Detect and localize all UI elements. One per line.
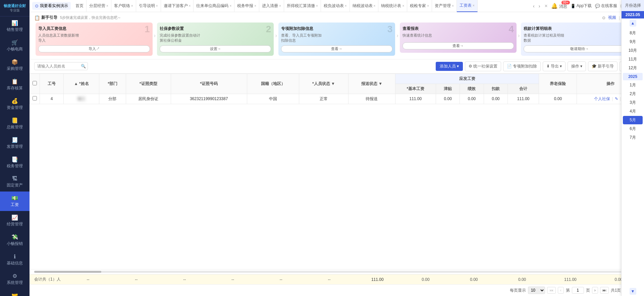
tab-salary[interactable]: 工资表× <box>457 0 478 12</box>
step2-btn[interactable]: 设置→ <box>160 45 271 52</box>
th-name[interactable]: ▲ *姓名 <box>64 74 99 94</box>
step5-btn[interactable]: 敬请期待→ <box>524 45 635 52</box>
next-page-btn[interactable]: › <box>592 287 598 294</box>
tab-tax-stat[interactable]: 纳税统计表× <box>378 0 407 12</box>
month-item-12[interactable]: 12月 <box>623 64 643 72</box>
cell-deduction: 0.00 <box>484 94 507 104</box>
tab-tax-expert[interactable]: 税检专家× <box>407 0 432 12</box>
app-download-btn[interactable]: 📱 App下载 <box>571 3 592 9</box>
month-item-1[interactable]: 1月 <box>623 81 643 89</box>
new-guide-btn[interactable]: 🎓 新手引导 <box>588 61 618 71</box>
special-deduction-btn[interactable]: 📄 专项附加扣除 <box>503 61 541 71</box>
tab-guide[interactable]: 引导说明× <box>136 0 161 12</box>
step4-btn[interactable]: 查看→ <box>402 42 514 49</box>
tab-home[interactable]: 首页 <box>73 0 87 12</box>
tab-next-btn[interactable]: › <box>538 3 541 9</box>
online-service-label: 在线客服 <box>601 3 617 9</box>
notice-btn[interactable]: 🔔 99+ 消息 <box>551 3 567 9</box>
tab-close[interactable]: × <box>345 4 347 8</box>
month-item-8[interactable]: 8月 <box>623 29 643 37</box>
sidebar-item-system[interactable]: ⚙系统管理 <box>0 269 30 289</box>
first-page-btn[interactable]: ⏮ <box>547 287 556 294</box>
tab-close[interactable]: × <box>279 4 281 8</box>
tab-close[interactable]: × <box>156 4 158 8</box>
sidebar-item-tax[interactable]: 📑税务管理 <box>0 153 30 172</box>
scroll-thumb[interactable] <box>34 271 101 273</box>
sidebar-item-salary[interactable]: 💵工资 <box>0 192 30 211</box>
tab-close[interactable]: × <box>254 4 256 8</box>
tab-close[interactable]: × <box>316 4 318 8</box>
last-page-btn[interactable]: ⏭ <box>600 287 609 294</box>
step4-desc: 快速查看统计信息 <box>402 33 514 40</box>
sidebar-item-finance[interactable]: 💰资金管理 <box>0 94 30 114</box>
month-item-5-active[interactable]: 5月 <box>623 116 643 124</box>
tab-close[interactable]: × <box>131 4 133 8</box>
add-person-btn[interactable]: 添加人员 ▾ <box>436 62 463 71</box>
month-item-7[interactable]: 7月 <box>623 133 643 142</box>
tab-close[interactable]: × <box>402 4 404 8</box>
month-item-9[interactable]: 9月 <box>623 38 643 46</box>
sidebar-item-collab[interactable]: 🤝企业协同 <box>0 289 30 296</box>
sidebar-item-basic-info[interactable]: ℹ基础信息 <box>0 250 30 269</box>
tab-layered-ops[interactable]: 分层经营× <box>87 0 111 12</box>
cell-id-type: 居民身份证 <box>126 94 171 104</box>
tab-income-tax[interactable]: 所得税汇算清缴× <box>284 0 321 12</box>
tab-tax-report[interactable]: 税务申报× <box>234 0 259 12</box>
operations-btn[interactable]: 操作 ▾ <box>568 61 586 71</box>
unified-settings-btn[interactable]: ⚙ 统一社保设置 <box>465 61 501 71</box>
th-person-status[interactable]: *人员状态 ▼ <box>299 74 348 94</box>
month-nav-down[interactable]: ▼ <box>630 288 636 295</box>
tab-clearance[interactable]: 进入清册× <box>259 0 284 12</box>
step1-btn[interactable]: 导入↗ <box>38 45 150 52</box>
tab-asset-mgmt[interactable]: 资产管理× <box>432 0 457 12</box>
month-item-3[interactable]: 3月 <box>623 98 643 107</box>
page-number-input[interactable] <box>572 287 584 294</box>
scroll-track[interactable] <box>34 271 639 273</box>
guide-video-link[interactable]: 视频 <box>608 15 616 20</box>
tab-tax-burden[interactable]: 税负波动表× <box>321 0 350 12</box>
month-item-2[interactable]: 2月 <box>623 90 643 98</box>
sidebar-item-label: 总账管理 <box>7 124 23 130</box>
tab-customer[interactable]: 客户联络× <box>111 0 136 12</box>
month-item-11[interactable]: 11月 <box>623 55 643 64</box>
personal-insurance-link[interactable]: 个人社保 <box>594 96 610 101</box>
tab-close[interactable]: × <box>189 4 191 8</box>
tab-close[interactable]: × <box>427 4 429 8</box>
th-send-status[interactable]: 报送状态 ▼ <box>348 74 395 94</box>
tab-invite[interactable]: 邀请下游客户× <box>161 0 194 12</box>
month-item-10[interactable]: 10月 <box>623 46 643 55</box>
tab-close[interactable]: × <box>473 4 475 7</box>
month-nav-up[interactable]: ▲ <box>630 20 636 27</box>
tab-close[interactable]: × <box>452 4 454 8</box>
tab-close[interactable]: × <box>106 4 108 8</box>
edit-link[interactable]: ✎ <box>615 96 618 101</box>
sidebar-item-ecommerce[interactable]: 🛒小畅电商 <box>0 36 30 55</box>
tab-product-code[interactable]: 往来单位商品编码× <box>194 0 234 12</box>
close-all-tabs-btn[interactable]: ✕ <box>543 4 549 8</box>
sidebar-item-assets[interactable]: 🏗固定资产 <box>0 172 30 192</box>
th-emp-id: 工号 <box>40 74 64 94</box>
tab-tax-wave[interactable]: 纳税波动表× <box>350 0 379 12</box>
month-item-6[interactable]: 6月 <box>623 125 643 133</box>
app-edition: 专业版 <box>2 8 28 13</box>
month-item-4[interactable]: 4月 <box>623 107 643 116</box>
export-btn[interactable]: ⬇ 导出 ▾ <box>543 61 566 71</box>
online-service-btn[interactable]: 💬 在线客服 <box>595 3 617 9</box>
tab-prev-btn[interactable]: ‹ <box>532 3 536 9</box>
demo-btn[interactable]: ⊙ 我要看实例演示 <box>32 2 71 10</box>
tab-close[interactable]: × <box>374 4 376 8</box>
per-page-select[interactable]: 10 20 50 100 <box>528 287 545 294</box>
row-checkbox[interactable] <box>33 96 37 100</box>
prev-page-btn[interactable]: ‹ <box>558 287 564 294</box>
search-input[interactable] <box>34 62 88 70</box>
sidebar-item-sales[interactable]: 📊销售管理 <box>0 16 30 36</box>
sidebar-item-inventory[interactable]: 📋库存核算 <box>0 75 30 94</box>
sidebar-item-invoice[interactable]: 🧾发票管理 <box>0 133 30 153</box>
sidebar-item-operations[interactable]: 📈经营管理 <box>0 211 30 230</box>
sidebar-item-reimbursement[interactable]: 💸小畅报销 <box>0 230 30 250</box>
step3-btn[interactable]: 查看→ <box>281 45 393 52</box>
select-all-checkbox[interactable] <box>33 81 37 85</box>
sidebar-item-ledger[interactable]: 📒总账管理 <box>0 114 30 133</box>
sidebar-item-purchase[interactable]: 📦采购管理 <box>0 55 30 75</box>
tab-close[interactable]: × <box>229 4 231 8</box>
